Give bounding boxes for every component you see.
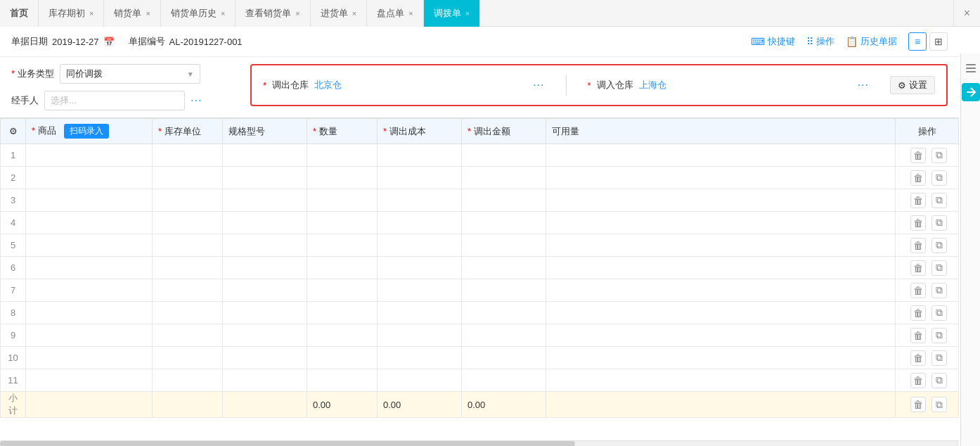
row-cost[interactable] bbox=[378, 369, 462, 392]
tab-sales-history-close[interactable]: × bbox=[221, 9, 225, 18]
row-unit[interactable] bbox=[153, 302, 223, 324]
tab-transfer-order[interactable]: 调拨单 × bbox=[424, 0, 480, 27]
copy-row-icon[interactable]: ⧉ bbox=[931, 193, 947, 208]
row-cost[interactable] bbox=[378, 234, 462, 257]
row-qty[interactable] bbox=[307, 302, 378, 324]
tab-inventory-init[interactable]: 库存期初 × bbox=[39, 0, 104, 27]
row-unit[interactable] bbox=[153, 212, 223, 234]
row-cost[interactable] bbox=[378, 257, 462, 279]
copy-row-icon[interactable]: ⧉ bbox=[931, 238, 947, 253]
copy-row-icon[interactable]: ⧉ bbox=[931, 328, 947, 343]
tab-inventory-init-close[interactable]: × bbox=[89, 9, 94, 18]
row-amount[interactable] bbox=[462, 257, 546, 279]
row-cost[interactable] bbox=[378, 302, 462, 324]
copy-row-icon[interactable]: ⧉ bbox=[931, 215, 947, 231]
row-spec[interactable] bbox=[223, 369, 307, 392]
tab-purchase-order-close[interactable]: × bbox=[352, 9, 356, 18]
row-amount[interactable] bbox=[462, 347, 546, 369]
delete-row-icon[interactable]: 🗑 bbox=[910, 373, 926, 388]
tab-sales-order-close[interactable]: × bbox=[146, 9, 150, 18]
tab-inventory-check[interactable]: 盘点单 × bbox=[367, 0, 423, 27]
row-qty[interactable] bbox=[307, 212, 378, 234]
copy-row-icon[interactable]: ⧉ bbox=[931, 283, 947, 298]
layout-grid-btn[interactable]: ⊞ bbox=[929, 32, 948, 51]
row-qty[interactable] bbox=[307, 369, 378, 392]
row-cost[interactable] bbox=[378, 212, 462, 234]
row-cost[interactable] bbox=[378, 279, 462, 302]
row-qty[interactable] bbox=[307, 167, 378, 189]
tab-sales-order[interactable]: 销货单 × bbox=[104, 0, 160, 27]
row-amount[interactable] bbox=[462, 324, 546, 347]
row-product[interactable] bbox=[26, 279, 153, 302]
row-spec[interactable] bbox=[223, 324, 307, 347]
delete-row-icon[interactable]: 🗑 bbox=[910, 193, 926, 208]
copy-row-icon[interactable]: ⧉ bbox=[931, 350, 947, 366]
row-unit[interactable] bbox=[153, 144, 223, 167]
tab-view-sales[interactable]: 查看销货单 × bbox=[236, 0, 310, 27]
row-unit[interactable] bbox=[153, 279, 223, 302]
row-spec[interactable] bbox=[223, 144, 307, 167]
row-qty[interactable] bbox=[307, 257, 378, 279]
row-product[interactable] bbox=[26, 167, 153, 189]
row-amount[interactable] bbox=[462, 279, 546, 302]
transfer-in-more-btn[interactable]: ··· bbox=[858, 79, 869, 91]
tab-transfer-order-close[interactable]: × bbox=[465, 9, 470, 18]
table-settings-icon[interactable]: ⚙ bbox=[9, 126, 18, 136]
row-product[interactable] bbox=[26, 302, 153, 324]
row-cost[interactable] bbox=[378, 324, 462, 347]
row-unit[interactable] bbox=[153, 189, 223, 212]
row-qty[interactable] bbox=[307, 347, 378, 369]
row-amount[interactable] bbox=[462, 369, 546, 392]
row-amount[interactable] bbox=[462, 167, 546, 189]
copy-row-icon[interactable]: ⧉ bbox=[931, 260, 947, 276]
delete-row-icon[interactable]: 🗑 bbox=[910, 148, 926, 163]
copy-row-icon[interactable]: ⧉ bbox=[931, 170, 947, 186]
row-qty[interactable] bbox=[307, 189, 378, 212]
sidebar-export-icon[interactable] bbox=[962, 83, 980, 101]
delete-row-icon[interactable]: 🗑 bbox=[910, 328, 926, 343]
sidebar-list-icon[interactable] bbox=[962, 59, 980, 77]
business-type-select[interactable]: 同价调拨 ▼ bbox=[60, 64, 200, 84]
row-unit[interactable] bbox=[153, 347, 223, 369]
subtotal-delete-icon[interactable]: 🗑 bbox=[910, 397, 926, 412]
calendar-icon[interactable]: 📅 bbox=[103, 37, 115, 47]
tab-inventory-check-close[interactable]: × bbox=[408, 9, 413, 18]
delete-row-icon[interactable]: 🗑 bbox=[910, 260, 926, 276]
handler-more-btn[interactable]: ··· bbox=[191, 94, 202, 107]
copy-row-icon[interactable]: ⧉ bbox=[931, 148, 947, 163]
row-product[interactable] bbox=[26, 234, 153, 257]
row-qty[interactable] bbox=[307, 144, 378, 167]
row-product[interactable] bbox=[26, 257, 153, 279]
row-cost[interactable] bbox=[378, 347, 462, 369]
row-product[interactable] bbox=[26, 347, 153, 369]
close-all-button[interactable]: × bbox=[953, 0, 980, 27]
tab-purchase-order[interactable]: 进货单 × bbox=[311, 0, 367, 27]
row-spec[interactable] bbox=[223, 189, 307, 212]
row-unit[interactable] bbox=[153, 369, 223, 392]
col-gear[interactable]: ⚙ bbox=[1, 119, 26, 144]
row-qty[interactable] bbox=[307, 234, 378, 257]
row-spec[interactable] bbox=[223, 212, 307, 234]
row-unit[interactable] bbox=[153, 324, 223, 347]
delete-row-icon[interactable]: 🗑 bbox=[910, 283, 926, 298]
tab-home[interactable]: 首页 bbox=[0, 0, 39, 27]
row-spec[interactable] bbox=[223, 302, 307, 324]
row-product[interactable] bbox=[26, 369, 153, 392]
row-amount[interactable] bbox=[462, 234, 546, 257]
row-unit[interactable] bbox=[153, 257, 223, 279]
delete-row-icon[interactable]: 🗑 bbox=[910, 305, 926, 321]
row-product[interactable] bbox=[26, 212, 153, 234]
delete-row-icon[interactable]: 🗑 bbox=[910, 350, 926, 366]
row-qty[interactable] bbox=[307, 279, 378, 302]
shortcut-btn[interactable]: ⌨ 快捷键 bbox=[751, 35, 795, 48]
row-amount[interactable] bbox=[462, 144, 546, 167]
row-product[interactable] bbox=[26, 144, 153, 167]
row-cost[interactable] bbox=[378, 189, 462, 212]
copy-row-icon[interactable]: ⧉ bbox=[931, 373, 947, 388]
row-spec[interactable] bbox=[223, 279, 307, 302]
row-unit[interactable] bbox=[153, 234, 223, 257]
row-amount[interactable] bbox=[462, 212, 546, 234]
transfer-out-more-btn[interactable]: ··· bbox=[533, 79, 544, 91]
row-unit[interactable] bbox=[153, 167, 223, 189]
subtotal-copy-icon[interactable]: ⧉ bbox=[931, 397, 947, 412]
